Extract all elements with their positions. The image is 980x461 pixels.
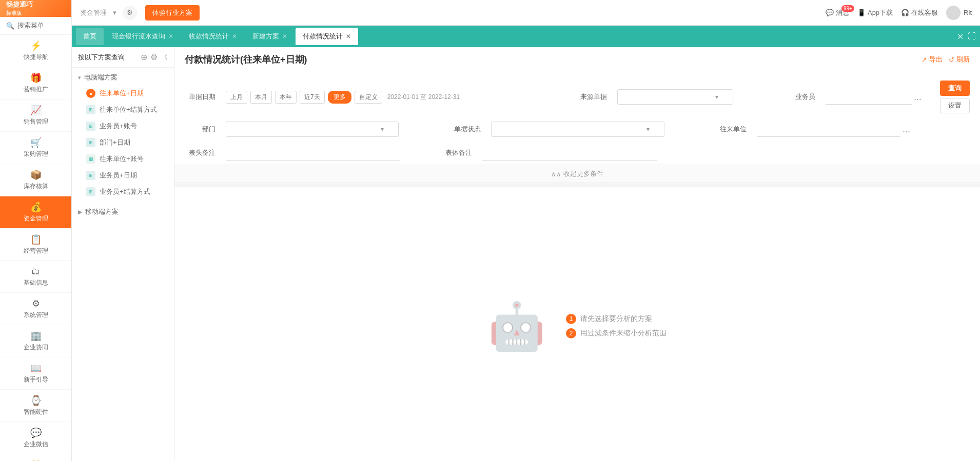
collapse-more-conditions[interactable]: ∧∧ 收起更多条件 (174, 165, 980, 183)
table-scheme-icon-4: ⊞ (86, 171, 95, 180)
sidebar-item-quick-nav[interactable]: ⚡ 快捷导航 (0, 35, 71, 67)
topbar: 资金管理 ▾ ⚙ 体验行业方案 💬 消息 99+ 📱 App下载 🎧 在线客服 … (72, 0, 980, 26)
sales-label: 销售管理 (24, 117, 48, 126)
scheme-item-dept-date[interactable]: ⊞ 部门+日期 (72, 134, 174, 151)
sidebar-item-enterprise[interactable]: 🏢 企业协同 (0, 325, 71, 357)
sidebar-item-basic-info[interactable]: 🗂 基础信息 (0, 261, 71, 293)
sidebar-item-purchase[interactable]: 🛒 采购管理 (0, 132, 71, 164)
expand-tabs-icon[interactable]: ⛶ (968, 32, 976, 41)
settings-button[interactable]: 设置 (940, 98, 970, 113)
this-year-btn[interactable]: 本年 (275, 91, 297, 104)
close-all-tabs-icon[interactable]: ✕ (957, 32, 964, 42)
doc-status-label: 单据状态 (450, 125, 481, 134)
topbar-dropdown-icon[interactable]: ▾ (113, 9, 116, 16)
scheme-item-staff-settlement[interactable]: ⊞ 业务员+结算方式 (72, 184, 174, 200)
main-area: 资金管理 ▾ ⚙ 体验行业方案 💬 消息 99+ 📱 App下载 🎧 在线客服 … (72, 0, 980, 461)
scheme-settings-icon[interactable]: ⚙ (150, 52, 158, 62)
tab-new-scheme[interactable]: 新建方案 ✕ (245, 28, 295, 45)
sidebar-search[interactable]: 🔍 搜索菜单 (0, 17, 71, 35)
payment-stats-tab-label: 付款情况统计 (303, 32, 343, 41)
search-label: 搜索菜单 (17, 21, 44, 30)
hint-num-2: 2 (566, 328, 576, 338)
staff-dots[interactable]: ... (914, 92, 922, 103)
query-button[interactable]: 查询 (940, 81, 970, 96)
sidebar-item-inventory[interactable]: 📦 库存核算 (0, 164, 71, 196)
receipt-stats-tab-label: 收款情况统计 (189, 32, 229, 41)
dept-chevron-icon: ▾ (381, 126, 384, 133)
hardware-label: 智能硬件 (24, 408, 48, 416)
source-filter-label: 来源单据 (576, 92, 607, 102)
tab-home[interactable]: 首页 (76, 28, 104, 45)
scheme-item-staff-date[interactable]: ⊞ 业务员+日期 (72, 167, 174, 184)
export-button[interactable]: ↗ 导出 (922, 55, 943, 64)
dept-filter-label: 部门 (185, 125, 215, 134)
page-body: 按以下方案查询 ⊕ ⚙ 《 ▾ 电脑端方案 ● 往来单位+日期 ⊞ (72, 47, 980, 461)
left-scheme-panel: 按以下方案查询 ⊕ ⚙ 《 ▾ 电脑端方案 ● 往来单位+日期 ⊞ (72, 47, 174, 461)
table-body-remark-input[interactable] (482, 145, 657, 161)
partner-input[interactable] (757, 122, 900, 137)
last-month-btn[interactable]: 上月 (226, 91, 247, 104)
source-select[interactable]: ▾ (617, 89, 733, 105)
scheme-item-staff-account[interactable]: ⊞ 业务员+账号 (72, 118, 174, 134)
more-dates-btn[interactable]: 更多 (328, 91, 351, 104)
date-filter-buttons: 上月 本月 本年 近7天 更多 自定义 2022-01-01 至 2022-12… (226, 91, 460, 104)
tab-cash-flow[interactable]: 现金银行流水查询 ✕ (105, 28, 181, 45)
sidebar-item-hardware[interactable]: ⌚ 智能硬件 (0, 390, 71, 422)
sidebar-item-system[interactable]: ⚙ 系统管理 (0, 293, 71, 325)
app-icon: 📱 (857, 9, 866, 16)
scheme-item-partner-date[interactable]: ● 往来单位+日期 (72, 85, 174, 102)
hint-text-2: 用过滤条件来缩小分析范围 (580, 329, 667, 338)
this-month-btn[interactable]: 本月 (250, 91, 272, 104)
table-body-remark-label: 表体备注 (441, 148, 472, 157)
scheme-item-partner-account[interactable]: ▦ 往来单位+账号 (72, 151, 174, 167)
tab-payment-stats[interactable]: 付款情况统计 ✕ (296, 28, 358, 45)
desktop-group-title[interactable]: ▾ 电脑端方案 (72, 70, 174, 85)
scheme-item-partner-settlement[interactable]: ⊞ 往来单位+结算方式 (72, 102, 174, 118)
dept-date-label: 部门+日期 (100, 138, 130, 147)
desktop-scheme-group: ▾ 电脑端方案 ● 往来单位+日期 ⊞ 往来单位+结算方式 ⊞ 业务员+账号 ⊞ (72, 68, 174, 202)
table-header-remark-input[interactable] (226, 145, 400, 161)
sidebar-item-guide[interactable]: 📖 新手引导 (0, 357, 71, 390)
table-scheme-icon-5: ⊞ (86, 187, 95, 196)
add-scheme-icon[interactable]: ⊕ (141, 52, 147, 62)
doc-status-select[interactable]: ▾ (491, 122, 664, 137)
filter-content: 单据日期 上月 本月 本年 近7天 更多 自定义 2022-01-01 至 20… (174, 72, 980, 165)
sidebar-item-wechat[interactable]: 💬 企业微信 (0, 422, 71, 454)
partner-dots[interactable]: ... (903, 124, 910, 135)
cash-flow-tab-label: 现金银行流水查询 (112, 32, 165, 41)
sidebar-item-marketing[interactable]: 🎁 营销推广 (0, 67, 71, 99)
staff-filter-label: 业务员 (785, 92, 815, 102)
basic-info-label: 基础信息 (24, 278, 48, 287)
payment-stats-tab-close-icon[interactable]: ✕ (346, 33, 351, 40)
collapse-panel-icon[interactable]: 《 (161, 53, 168, 62)
receipt-stats-tab-close-icon[interactable]: ✕ (232, 33, 237, 40)
message-btn[interactable]: 💬 消息 99+ (826, 8, 849, 17)
capital-icon: 💰 (30, 202, 42, 213)
left-panel-title: 按以下方案查询 (78, 53, 125, 62)
refresh-button[interactable]: ↺ 刷新 (949, 55, 970, 64)
purchase-icon: 🛒 (30, 137, 42, 148)
date-range-display: 2022-01-01 至 2022-12-31 (387, 93, 460, 102)
staff-input[interactable] (826, 89, 912, 105)
trial-button[interactable]: 体验行业方案 (145, 5, 200, 21)
app-download-btn[interactable]: 📱 App下载 (857, 8, 893, 17)
topbar-right: 💬 消息 99+ 📱 App下载 🎧 在线客服 Rit (826, 6, 972, 20)
enterprise-label: 企业协同 (24, 343, 48, 352)
custom-date-btn[interactable]: 自定义 (355, 91, 382, 104)
sidebar-item-capital[interactable]: 💰 资金管理 (0, 196, 71, 229)
last-7-btn[interactable]: 近7天 (300, 91, 325, 104)
capital-label: 资金管理 (24, 214, 48, 223)
dept-select[interactable]: ▾ (226, 122, 399, 137)
sidebar-item-member[interactable]: 👑 畅会员 (0, 454, 71, 461)
wechat-label: 企业微信 (24, 440, 48, 449)
cash-flow-tab-close-icon[interactable]: ✕ (168, 33, 173, 40)
tabs-right-actions: ✕ ⛶ (957, 32, 976, 42)
topbar-settings-btn[interactable]: ⚙ (123, 6, 137, 20)
online-service-btn[interactable]: 🎧 在线客服 (901, 8, 938, 17)
mobile-group-title[interactable]: ▶ 移动端方案 (72, 204, 174, 219)
headset-icon: 🎧 (901, 9, 909, 16)
sidebar-item-management[interactable]: 📋 经营管理 (0, 229, 71, 261)
sidebar-item-sales[interactable]: 📈 销售管理 (0, 99, 71, 132)
new-scheme-tab-close-icon[interactable]: ✕ (282, 33, 287, 40)
tab-receipt-stats[interactable]: 收款情况统计 ✕ (182, 28, 244, 45)
